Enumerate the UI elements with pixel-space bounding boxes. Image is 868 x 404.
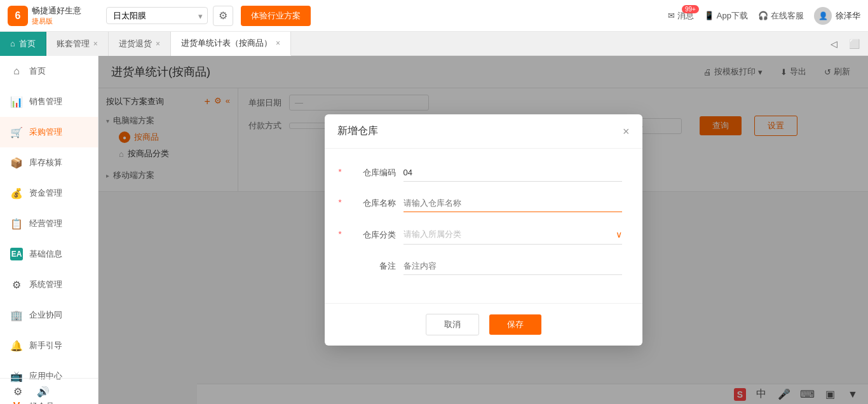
save-button[interactable]: 保存 <box>489 314 541 335</box>
gear-button[interactable]: ⚙ <box>213 6 233 26</box>
code-input[interactable] <box>403 164 622 182</box>
sidebar-item-guide[interactable]: 🔔 新手引导 <box>0 330 98 361</box>
tab-accounts[interactable]: 账套管理 × <box>46 32 109 56</box>
sidebar-item-inventory[interactable]: 📦 库存核算 <box>0 147 98 178</box>
form-row-name: 仓库名称 <box>345 194 622 212</box>
sales-icon: 📊 <box>10 95 23 108</box>
tab-close-accounts[interactable]: × <box>93 39 98 48</box>
top-header: 6 畅捷通好生意 捷易版 日太阳膜 ⚙ 体验行业方案 ✉ 消息 99+ 📱 Ap… <box>0 0 868 32</box>
message-badge: 99+ <box>682 5 699 13</box>
sidebar-item-purchase[interactable]: 🛒 采购管理 <box>0 117 98 147</box>
header-right: ✉ 消息 99+ 📱 App下载 🎧 在线客服 👤 徐泽华 <box>668 7 860 25</box>
inventory-icon: 📦 <box>10 156 23 169</box>
tab-purchase-returns[interactable]: 进货退货 × <box>109 32 171 56</box>
modal-overlay: 新增仓库 × 仓库编码 仓库名称 仓库分类 <box>98 56 868 404</box>
sidebar-item-sales[interactable]: 📊 销售管理 <box>0 86 98 117</box>
basic-icon: EA <box>10 248 23 260</box>
message-button[interactable]: ✉ 消息 99+ <box>668 10 694 22</box>
app-icon: 📱 <box>704 11 714 20</box>
code-label: 仓库编码 <box>345 167 396 178</box>
tab-actions: ◁ ⬜ <box>825 35 868 53</box>
tab-close-stats[interactable]: × <box>276 39 280 48</box>
modal-close-button[interactable]: × <box>623 126 630 137</box>
service-icon: 🎧 <box>758 11 768 20</box>
modal-body: 仓库编码 仓库名称 仓库分类 请输入所属分类 ∨ <box>325 149 642 303</box>
settings-bottom-icon[interactable]: ⚙ <box>10 384 25 399</box>
trial-button[interactable]: 体验行业方案 <box>241 6 311 26</box>
speaker-bottom-icon[interactable]: 🔊 <box>36 384 51 399</box>
tab-purchase-stats[interactable]: 进货单统计表（按商品） × <box>171 32 291 56</box>
logo-area: 6 畅捷通好生意 捷易版 <box>8 6 106 26</box>
category-label: 仓库分类 <box>345 229 396 241</box>
message-icon: ✉ <box>668 11 675 20</box>
gear-icon: ⚙ <box>219 10 227 22</box>
username: 徐泽华 <box>836 10 860 22</box>
sidebar-item-home[interactable]: ⌂ 首页 <box>0 56 98 86</box>
store-select[interactable]: 日太阳膜 <box>106 7 208 24</box>
main-layout: ⌂ 首页 📊 销售管理 🛒 采购管理 📦 库存核算 💰 资金管理 📋 经营管理 … <box>0 56 868 404</box>
remark-input[interactable] <box>403 257 622 275</box>
sidebar: ⌂ 首页 📊 销售管理 🛒 采购管理 📦 库存核算 💰 资金管理 📋 经营管理 … <box>0 56 98 404</box>
service-button[interactable]: 🎧 在线客服 <box>758 10 804 22</box>
guide-icon: 🔔 <box>10 339 23 352</box>
cancel-button[interactable]: 取消 <box>426 314 479 335</box>
logo-icon: 6 <box>8 6 28 26</box>
finance-icon: 💰 <box>10 187 23 199</box>
remark-label: 备注 <box>345 260 396 272</box>
business-icon: 📋 <box>10 217 23 230</box>
home-icon: ⌂ <box>10 39 15 48</box>
category-placeholder: 请输入所属分类 <box>403 229 616 240</box>
store-select-wrap: 日太阳膜 <box>106 7 208 24</box>
tab-prev-button[interactable]: ◁ <box>825 35 843 53</box>
name-label: 仓库名称 <box>345 198 396 209</box>
system-icon: ⚙ <box>10 278 23 291</box>
name-input[interactable] <box>403 194 622 212</box>
purchase-icon: 🛒 <box>10 126 23 138</box>
modal-new-warehouse: 新增仓库 × 仓库编码 仓库名称 仓库分类 <box>325 114 642 346</box>
enterprise-icon: 🏢 <box>10 309 23 321</box>
modal-title: 新增仓库 <box>337 125 378 138</box>
sidebar-item-system[interactable]: ⚙ 系统管理 <box>0 269 98 300</box>
content-area: 进货单统计(按商品) 🖨 按模板打印 ▾ ⬇ 导出 ↺ 刷新 <box>98 56 868 404</box>
modal-header: 新增仓库 × <box>325 114 642 149</box>
sidebar-item-business[interactable]: 📋 经营管理 <box>0 208 98 239</box>
home-sidebar-icon: ⌂ <box>10 65 23 77</box>
sidebar-item-enterprise[interactable]: 🏢 企业协同 <box>0 300 98 330</box>
avatar: 👤 <box>814 7 832 25</box>
tab-bar: ⌂ 首页 账套管理 × 进货退货 × 进货单统计表（按商品） × ◁ ⬜ <box>0 32 868 56</box>
form-row-category: 仓库分类 请输入所属分类 ∨ <box>345 225 622 245</box>
category-arrow-icon: ∨ <box>616 229 622 239</box>
modal-footer: 取消 保存 <box>325 303 642 346</box>
sidebar-bottom: ⚙ 🔊 <box>0 378 98 404</box>
category-select[interactable]: 请输入所属分类 ∨ <box>403 225 622 245</box>
user-area[interactable]: 👤 徐泽华 <box>814 7 860 25</box>
form-row-code: 仓库编码 <box>345 164 622 182</box>
app-download-button[interactable]: 📱 App下载 <box>704 10 748 22</box>
tab-close-returns[interactable]: × <box>156 39 160 48</box>
sidebar-item-finance[interactable]: 💰 资金管理 <box>0 178 98 208</box>
form-row-remark: 备注 <box>345 257 622 275</box>
logo-text: 畅捷通好生意 捷易版 <box>32 6 81 25</box>
tab-home[interactable]: ⌂ 首页 <box>0 32 46 56</box>
sidebar-item-basic[interactable]: EA 基础信息 <box>0 239 98 269</box>
tab-maximize-button[interactable]: ⬜ <box>845 35 863 53</box>
